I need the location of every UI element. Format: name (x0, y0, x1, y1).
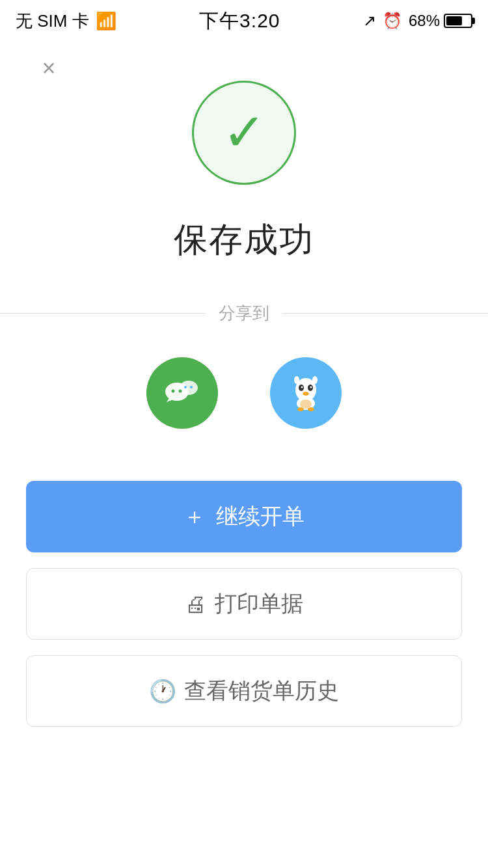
qq-icon (286, 373, 325, 413)
share-icons (0, 357, 488, 429)
status-right: ↗ ⏰ 68% (363, 12, 472, 30)
checkmark-icon: ✓ (223, 107, 266, 159)
svg-point-14 (300, 400, 312, 409)
battery-icon (444, 14, 472, 28)
divider-line-left (0, 313, 206, 314)
printer-icon: 🖨 (185, 591, 207, 617)
svg-point-1 (180, 381, 198, 395)
continue-label: 继续开单 (216, 502, 305, 532)
svg-point-5 (190, 386, 193, 388)
location-icon: ↗ (363, 12, 376, 30)
svg-point-10 (301, 387, 303, 388)
battery-container: 68% (409, 12, 472, 30)
battery-fill (446, 16, 462, 25)
svg-point-15 (297, 407, 304, 411)
wechat-share-button[interactable] (146, 357, 218, 429)
svg-point-2 (171, 389, 174, 392)
svg-point-16 (308, 407, 314, 411)
alarm-icon: ⏰ (383, 12, 402, 30)
wifi-icon: 📶 (96, 11, 116, 31)
continue-order-button[interactable]: ＋ 继续开单 (26, 481, 462, 552)
svg-point-3 (178, 389, 182, 392)
close-button[interactable]: × (33, 52, 65, 85)
divider-line-right (282, 313, 488, 314)
battery-percent: 68% (409, 12, 440, 30)
history-icon: 🕐 (149, 678, 176, 704)
share-divider: 分享到 (0, 302, 488, 325)
svg-point-11 (310, 387, 312, 388)
svg-point-17 (294, 376, 299, 384)
qq-share-button[interactable] (270, 357, 342, 429)
action-buttons: ＋ 继续开单 🖨 打印单据 🕐 查看销货单历史 (26, 481, 462, 742)
success-circle: ✓ (192, 81, 296, 185)
print-button[interactable]: 🖨 打印单据 (26, 568, 462, 640)
svg-point-12 (303, 392, 309, 396)
status-time: 下午3:20 (199, 8, 280, 34)
svg-point-18 (312, 376, 318, 384)
wechat-icon (161, 372, 204, 414)
history-button[interactable]: 🕐 查看销货单历史 (26, 655, 462, 727)
sim-label: 无 SIM 卡 (16, 10, 89, 33)
status-left: 无 SIM 卡 📶 (16, 10, 116, 33)
close-icon: × (42, 57, 55, 80)
share-label: 分享到 (206, 302, 282, 325)
svg-point-4 (184, 386, 187, 388)
continue-icon: ＋ (183, 502, 206, 532)
share-section: 分享到 (0, 302, 488, 429)
main-content: ✓ 保存成功 分享到 (0, 42, 488, 742)
success-title: 保存成功 (174, 217, 314, 263)
history-label: 查看销货单历史 (184, 676, 339, 706)
print-label: 打印单据 (215, 589, 303, 619)
status-bar: 无 SIM 卡 📶 下午3:20 ↗ ⏰ 68% (0, 0, 488, 42)
